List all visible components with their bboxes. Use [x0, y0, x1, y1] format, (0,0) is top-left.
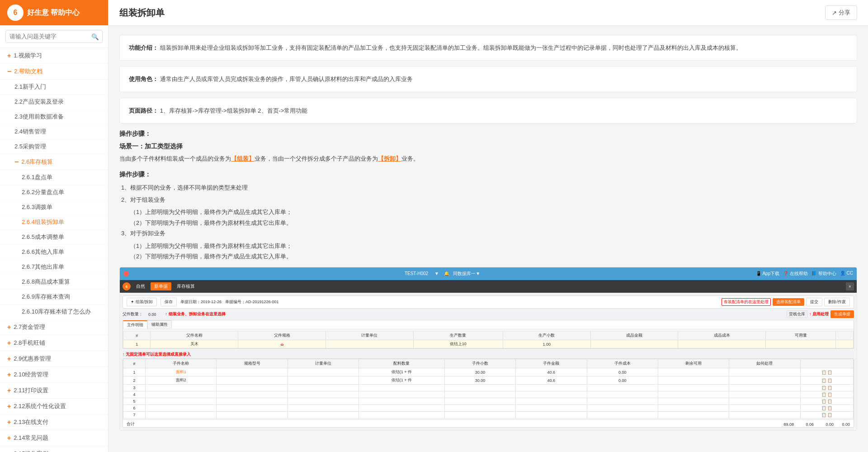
mock-sub-th-spec: 规格型号	[217, 359, 288, 368]
path-block: 页面路径： 1、库存核算->库存管理->组装拆卸单 2、首页->常用功能	[119, 98, 857, 124]
mock-annotation-3-wrap: 货栈仓库 ↑ 启用处理 生成单据	[787, 310, 854, 318]
sidebar-item-video-label: 1.视频学习	[14, 52, 42, 60]
mock-help-icon: ❓ 在线帮助	[783, 271, 808, 277]
sidebar-item-other-outbound[interactable]: 2.6.7其他出库单	[0, 260, 108, 275]
sidebar-item-docs[interactable]: − 2.帮助文档	[0, 64, 108, 80]
mock-sub-th-unit: 计量单位	[288, 359, 359, 368]
share-button[interactable]: ↗ 分享	[825, 5, 857, 20]
mock-sub-td-name-1: 面料1	[146, 368, 217, 376]
mock-sub-th-action: 如何处理	[729, 359, 800, 368]
mock-tab-aux: 辅助属性	[147, 320, 172, 329]
search-input[interactable]	[5, 30, 103, 43]
search-button[interactable]: 🔍	[91, 33, 99, 40]
mock-nav-home: 自然	[132, 282, 149, 290]
mock-td-ops	[836, 340, 854, 348]
mock-footer-val-2: 0.06	[796, 422, 814, 427]
page-title: 组装拆卸单	[119, 7, 165, 19]
step-2: 2、对于组装业务	[119, 195, 857, 205]
mock-nav-new: 新单据	[151, 282, 171, 290]
mock-warehouse-select: 货栈仓库	[787, 310, 807, 318]
mock-sub-td-action-1	[729, 368, 800, 376]
mock-sidebar-toggle: ≡	[846, 282, 854, 290]
sidebar-item-install[interactable]: 2.2产品安装及登录	[0, 95, 108, 109]
mock-btn-delete: 删除/作废	[824, 298, 850, 306]
path-text: 1、库存核算->库存管理->组装拆卸单 2、首页->常用功能	[160, 107, 308, 114]
mock-count-label: 父件数量：	[123, 311, 143, 317]
sidebar: 6 好生意 帮助中心 🔍 + 1.视频学习 − 2.帮助文档 2.1新手入门 2…	[0, 0, 108, 452]
mock-sub-td-ops-2: 📋 📋	[800, 376, 853, 385]
sidebar-item-cost-recalc[interactable]: 2.6.8商品成本重算	[0, 275, 108, 290]
mock-sub-th-cost: 子件成本	[587, 359, 658, 368]
sidebar-item-transfer[interactable]: 2.6.3调拨单	[0, 200, 108, 215]
mock-sub-td-cost-1: 0.00	[587, 368, 658, 376]
mock-btn-new: ✦ 组装/拆卸	[127, 298, 157, 306]
sidebar-item-coupon-label: 2.9优惠券管理	[14, 355, 51, 363]
mock-nav: 6 自然 新单据 库存核算 ≡	[120, 280, 857, 293]
sidebar-item-print-label: 2.11打印设置	[14, 386, 48, 395]
plus-icon: +	[7, 52, 11, 59]
sidebar-item-payment[interactable]: + 2.13在线支付	[0, 414, 108, 430]
plus-icon-8: +	[7, 403, 11, 410]
sidebar-item-personalize[interactable]: + 2.12系统个性化设置	[0, 399, 108, 414]
mock-annotation-1-wrap: 有装配清单的在这里处理 选择装配清单 提交 删除/作废	[722, 298, 850, 306]
mock-sub-row-3: 3📋 📋	[123, 385, 854, 391]
mock-th-parent-name: 父件名称	[151, 331, 238, 340]
mock-form-meta: 单据日期：2019-12-26 单据编号：AD-20191226-001	[180, 299, 718, 305]
sidebar-item-ledger-query[interactable]: 2.6.9库存账本查询	[0, 290, 108, 305]
mock-tab-main: 主件明细	[123, 320, 147, 329]
sidebar-item-stocktake[interactable]: 2.6.1盘点单	[0, 170, 108, 185]
sidebar-item-coupon[interactable]: + 2.9优惠券管理	[0, 351, 108, 367]
sidebar-item-data-prep[interactable]: 2.3使用前数据准备	[0, 109, 108, 124]
sidebar-item-inventory-label: 2.6库存核算	[21, 158, 53, 166]
sidebar-item-mobile-label: 2.8手机旺铺	[14, 339, 45, 347]
ops-steps-title: 操作步骤：	[119, 171, 857, 179]
mock-sub-row-2: 2 面料2 依结(1 + 件 30.00 40.6 0.00	[123, 376, 854, 385]
mock-sub-td-action-2	[729, 376, 800, 385]
sidebar-item-sales[interactable]: 2.4销售管理	[0, 124, 108, 139]
mock-upper-table: # 父件名称 父件规格 计量单位 生产数量 生产小数 成品金额 成品成本 可用量	[123, 331, 854, 348]
sidebar-item-split-stocktake[interactable]: 2.6.2分量盘点单	[0, 185, 108, 200]
sidebar-item-faq[interactable]: + 2.14常见问题	[0, 430, 108, 446]
mock-title-text: TEST-H002 ▼ 🔔 同数据库一▼	[132, 271, 753, 277]
sidebar-item-newcomer[interactable]: 2.1新手入门	[0, 80, 108, 95]
mock-btn-submit: 提交	[806, 298, 822, 306]
path-label: 页面路径：	[129, 107, 158, 114]
plus-icon-3: +	[7, 324, 11, 331]
minus-icon: −	[7, 67, 11, 76]
sidebar-item-print[interactable]: + 2.11打印设置	[0, 383, 108, 399]
sidebar-item-operations[interactable]: + 2.10经营管理	[0, 367, 108, 383]
sidebar-item-assembly[interactable]: 2.6.4组装拆卸单	[0, 215, 108, 230]
plus-icon-4: +	[7, 339, 11, 347]
content-area: 功能介绍： 组装拆卸单用来处理企业组装或拆卸等加工业务，支持有固定装配清单的产品…	[108, 26, 868, 452]
mock-sub-th-decimal: 子件小数	[444, 359, 515, 368]
sidebar-item-video[interactable]: + 1.视频学习	[0, 48, 108, 64]
mock-spec-highlight	[281, 344, 283, 346]
mock-sub-td-name-2: 面料2	[146, 376, 217, 385]
sidebar-item-inventory[interactable]: − 2.6库存核算	[0, 154, 108, 170]
mock-lower-table: # 子件名称 规格型号 计量单位 配料数量 子件小数 子件金额 子件成本 剩余可…	[123, 359, 854, 419]
mock-sub-td-unit-1	[288, 368, 359, 376]
mock-sub-th-ops	[800, 359, 853, 368]
mock-table-header-row: # 父件名称 父件规格 计量单位 生产数量 生产小数 成品金额 成品成本 可用量	[123, 331, 854, 340]
sidebar-item-ledger-fix[interactable]: 2.6.10库存账本错了怎么办	[0, 305, 108, 319]
mock-sub-td-qty-2: 依结(1 + 件	[359, 376, 445, 385]
mock-td-decimal: 1.00	[503, 340, 590, 348]
mock-sub-td-1: 1	[123, 368, 146, 376]
sidebar-item-cases[interactable]: + 2.15操作案例	[0, 446, 108, 452]
sidebar-item-mobile[interactable]: + 2.8手机旺铺	[0, 335, 108, 351]
screenshot-container: TEST-H002 ▼ 🔔 同数据库一▼ 📱 App下载 ❓ 在线帮助 📘 帮助…	[119, 267, 857, 431]
sidebar-item-purchase[interactable]: 2.5采购管理	[0, 139, 108, 154]
mock-th-amount: 成品金额	[590, 331, 678, 340]
mock-footer-label: 合计	[123, 421, 135, 427]
sidebar-item-finance[interactable]: + 2.7资金管理	[0, 319, 108, 335]
role-block: 使用角色： 通常由生产人员或库管人员完成拆装业务的操作，库管人员确认原材料的出库…	[119, 66, 857, 92]
mock-th-cost: 成品成本	[678, 331, 766, 340]
top-bar: 组装拆卸单 ↗ 分享	[108, 0, 868, 26]
sidebar-item-other-inbound[interactable]: 2.6.6其他入库单	[0, 245, 108, 260]
mock-date-label: 单据日期：2019-12-26	[180, 299, 222, 305]
mock-sub-td-remain-2	[658, 376, 729, 385]
mock-table-wrap: 主件明细 辅助属性 # 父件名称 父件规格 计量单位 生产数量	[123, 320, 854, 349]
sidebar-item-cost-adjust[interactable]: 2.6.5成本调整单	[0, 230, 108, 245]
mock-app-icon: 📱 App下载	[756, 271, 779, 277]
mock-sub-td-unit-2	[288, 376, 359, 385]
